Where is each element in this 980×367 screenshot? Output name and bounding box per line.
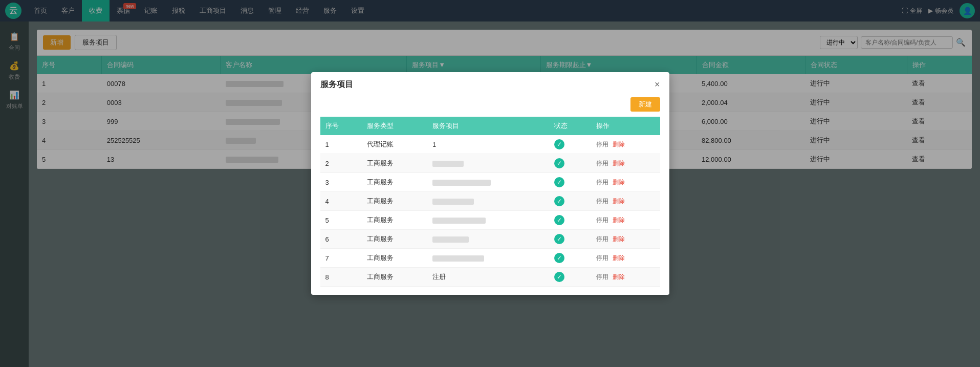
delete-button[interactable]: 删除 [613, 254, 625, 262]
modal-cell-type: 工商服务 [362, 249, 427, 268]
delete-button[interactable]: 删除 [613, 160, 625, 167]
status-ok-icon: ✓ [554, 272, 564, 282]
delete-button[interactable]: 删除 [613, 141, 625, 148]
modal-overlay[interactable]: 服务项目 × 新建 序号服务类型服务项目状态操作 1代理记账1✓停用删除2工商服… [0, 0, 980, 367]
stop-button[interactable]: 停用 [596, 235, 608, 243]
modal-cell-actions: 停用删除 [591, 230, 660, 249]
modal-cell-actions: 停用删除 [591, 268, 660, 287]
modal-col-header-0: 序号 [320, 117, 362, 135]
modal-close-button[interactable]: × [655, 79, 660, 90]
modal-new-button[interactable]: 新建 [630, 97, 660, 112]
modal-body: 序号服务类型服务项目状态操作 1代理记账1✓停用删除2工商服务✓停用删除3工商服… [311, 117, 669, 295]
modal-cell-seq: 2 [320, 154, 362, 173]
modal-cell-actions: 停用删除 [591, 192, 660, 211]
modal-cell-type: 工商服务 [362, 268, 427, 287]
modal-cell-status: ✓ [549, 154, 591, 173]
modal-table-row: 4工商服务✓停用删除 [320, 192, 660, 211]
modal-cell-item [427, 249, 549, 268]
modal-cell-status: ✓ [549, 192, 591, 211]
delete-button[interactable]: 删除 [613, 235, 625, 243]
modal-table-row: 3工商服务✓停用删除 [320, 173, 660, 192]
modal-col-header-1: 服务类型 [362, 117, 427, 135]
modal-cell-status: ✓ [549, 135, 591, 154]
modal-cell-actions: 停用删除 [591, 211, 660, 230]
modal-cell-item [427, 192, 549, 211]
modal-cell-actions: 停用删除 [591, 135, 660, 154]
modal-cell-type: 工商服务 [362, 230, 427, 249]
modal-header-row: 序号服务类型服务项目状态操作 [320, 117, 660, 135]
modal-table-row: 1代理记账1✓停用删除 [320, 135, 660, 154]
modal-table-row: 6工商服务✓停用删除 [320, 230, 660, 249]
item-name-blurred [432, 236, 469, 243]
service-items-table: 序号服务类型服务项目状态操作 1代理记账1✓停用删除2工商服务✓停用删除3工商服… [320, 117, 660, 287]
modal-cell-actions: 停用删除 [591, 154, 660, 173]
modal-cell-seq: 5 [320, 211, 362, 230]
modal-cell-actions: 停用删除 [591, 173, 660, 192]
modal-cell-status: ✓ [549, 268, 591, 287]
modal-table-row: 5工商服务✓停用删除 [320, 211, 660, 230]
item-name-blurred [432, 199, 474, 205]
item-name-blurred [432, 180, 491, 186]
modal-toolbar: 新建 [311, 94, 669, 117]
status-ok-icon: ✓ [554, 177, 564, 187]
modal-cell-item [427, 173, 549, 192]
modal-table-row: 8工商服务注册✓停用删除 [320, 268, 660, 287]
modal-table-header: 序号服务类型服务项目状态操作 [320, 117, 660, 135]
stop-button[interactable]: 停用 [596, 273, 608, 280]
modal-cell-status: ✓ [549, 173, 591, 192]
modal-cell-type: 代理记账 [362, 135, 427, 154]
item-name-blurred [432, 218, 486, 224]
modal-cell-seq: 6 [320, 230, 362, 249]
stop-button[interactable]: 停用 [596, 217, 608, 224]
modal-cell-status: ✓ [549, 230, 591, 249]
stop-button[interactable]: 停用 [596, 179, 608, 186]
modal-cell-seq: 1 [320, 135, 362, 154]
modal-cell-item [427, 211, 549, 230]
stop-button[interactable]: 停用 [596, 198, 608, 205]
modal-col-header-3: 状态 [549, 117, 591, 135]
status-ok-icon: ✓ [554, 215, 564, 225]
modal-cell-actions: 停用删除 [591, 249, 660, 268]
modal-cell-status: ✓ [549, 211, 591, 230]
modal-cell-seq: 3 [320, 173, 362, 192]
modal-cell-type: 工商服务 [362, 211, 427, 230]
modal-cell-item: 1 [427, 135, 549, 154]
modal-cell-item: 注册 [427, 268, 549, 287]
item-name-blurred [432, 255, 484, 262]
status-ok-icon: ✓ [554, 158, 564, 168]
modal-col-header-2: 服务项目 [427, 117, 549, 135]
modal-cell-seq: 8 [320, 268, 362, 287]
status-ok-icon: ✓ [554, 253, 564, 263]
delete-button[interactable]: 删除 [613, 273, 625, 280]
modal-cell-seq: 7 [320, 249, 362, 268]
modal-header: 服务项目 × [311, 72, 669, 94]
modal-cell-type: 工商服务 [362, 173, 427, 192]
modal-title: 服务项目 [320, 79, 353, 90]
modal-cell-item [427, 230, 549, 249]
modal-col-header-4: 操作 [591, 117, 660, 135]
modal-cell-type: 工商服务 [362, 154, 427, 173]
stop-button[interactable]: 停用 [596, 254, 608, 262]
modal-table-row: 2工商服务✓停用删除 [320, 154, 660, 173]
status-ok-icon: ✓ [554, 234, 564, 244]
status-ok-icon: ✓ [554, 196, 564, 206]
status-ok-icon: ✓ [554, 139, 564, 149]
delete-button[interactable]: 删除 [613, 217, 625, 224]
stop-button[interactable]: 停用 [596, 141, 608, 148]
service-modal: 服务项目 × 新建 序号服务类型服务项目状态操作 1代理记账1✓停用删除2工商服… [311, 72, 669, 295]
modal-table-body: 1代理记账1✓停用删除2工商服务✓停用删除3工商服务✓停用删除4工商服务✓停用删… [320, 135, 660, 287]
item-name-blurred [432, 161, 464, 167]
stop-button[interactable]: 停用 [596, 160, 608, 167]
modal-cell-seq: 4 [320, 192, 362, 211]
delete-button[interactable]: 删除 [613, 198, 625, 205]
modal-cell-item [427, 154, 549, 173]
modal-cell-type: 工商服务 [362, 192, 427, 211]
delete-button[interactable]: 删除 [613, 179, 625, 186]
modal-table-row: 7工商服务✓停用删除 [320, 249, 660, 268]
modal-cell-status: ✓ [549, 249, 591, 268]
